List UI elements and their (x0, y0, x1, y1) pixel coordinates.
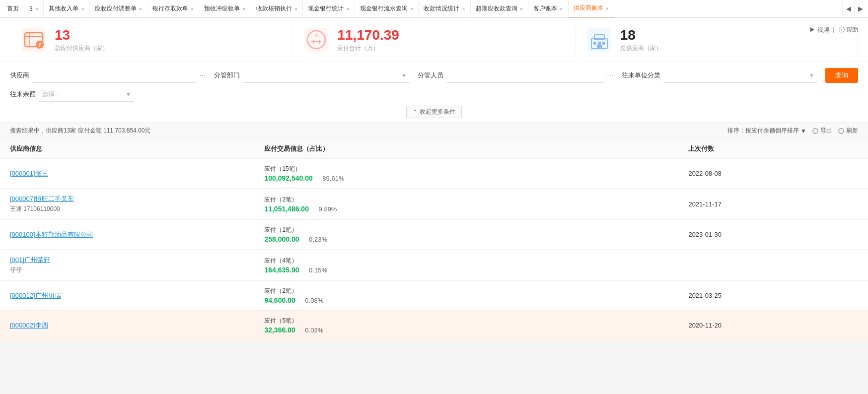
close-tab-bank[interactable]: × (191, 6, 194, 12)
tx-amount: 258,000.00 (264, 235, 299, 243)
balance-select[interactable]: 选择... ▼ (39, 87, 134, 102)
filter-row-1: 供应商 ··· 分管部门 ▼ 分管人员 ··· 往来单位分类 ▼ 查询 (10, 68, 858, 83)
table-row[interactable]: [001]广州荣轩 仔仔 应付（4笔） 164,635.90 0.15% (0, 250, 868, 281)
refresh-button[interactable]: 刷新 (838, 127, 858, 135)
last-payment-date: 2022-08-08 (688, 170, 722, 177)
supplier-sub-info: 仔仔 (10, 266, 264, 274)
nav-next-btn[interactable]: ▶ (854, 0, 866, 18)
balance-chevron-down-icon: ▼ (126, 91, 131, 97)
close-tab-customer-ledger[interactable]: × (560, 6, 563, 12)
nav-tab-collection-stats[interactable]: 收款情况统计 × (419, 0, 470, 18)
last-payment-date: 2020-11-20 (688, 322, 722, 329)
total-suppliers-label: 总供应商（家） (620, 44, 662, 53)
last-payment-date: 2021-03-25 (688, 292, 722, 299)
filter-unit-type: 往来单位分类 ▼ (622, 68, 818, 83)
last-payment-cell: 2022-08-08 (688, 170, 858, 177)
tx-count: 应付（5笔） (264, 317, 688, 325)
tx-percent: 89.61% (322, 175, 344, 182)
export-button[interactable]: 导出 (812, 127, 832, 135)
transaction-cell: 应付（1笔） 258,000.00 0.23% (264, 226, 688, 243)
nav-tab-overdue[interactable]: 超期应收款查询 × (471, 0, 528, 18)
close-tab-prepay[interactable]: × (242, 6, 245, 12)
video-link[interactable]: ▶ 视频 (809, 26, 829, 34)
dept-label: 分管部门 (214, 71, 240, 80)
balance-placeholder: 选择... (42, 90, 126, 99)
table-row[interactable]: [000002]李四 应付（5笔） 32,366.00 0.03% 2020-1… (0, 311, 868, 340)
nav-tab-prepay[interactable]: 预收冲应收单 × (199, 0, 251, 18)
tx-count: 应付（4笔） (264, 257, 688, 265)
payable-total-number: 11,170.39 (337, 27, 399, 44)
nav-tab-other-income[interactable]: 其他收入单 × (44, 0, 89, 18)
close-tab-overdue[interactable]: × (520, 6, 523, 12)
tx-amount: 94,600.00 (264, 296, 295, 304)
search-button[interactable]: 查询 (825, 68, 858, 83)
nav-tab-cash-stats[interactable]: 现金银行统计 × (303, 0, 355, 18)
supplier-dots[interactable]: ··· (199, 71, 206, 80)
close-tab-cashflow[interactable]: × (410, 6, 413, 12)
nav-tab-supplier-ledger[interactable]: 供应商账本 × (569, 0, 614, 18)
close-tab-adjustment[interactable]: × (139, 6, 142, 12)
filter-dept: 分管部门 ▼ (214, 68, 410, 83)
table-row[interactable]: [000001]张三 应付（15笔） 100,092,540.00 89.61%… (0, 159, 868, 189)
supplier-name-link[interactable]: [000002]李四 (10, 321, 264, 330)
tx-amount: 100,092,540.00 (264, 174, 312, 182)
nav-tab-collection[interactable]: 收款核销执行 × (251, 0, 303, 18)
close-tab-cash-stats[interactable]: × (346, 6, 349, 12)
table-row[interactable]: [000012]广州贝瑞 应付（2笔） 94,600.00 0.08% 2021… (0, 281, 868, 311)
header-last-payment: 上次付数 (688, 144, 858, 153)
summary-content-total-suppliers: 18 总供应商（家） (620, 27, 662, 53)
close-tab-collection-stats[interactable]: × (462, 6, 465, 12)
person-input[interactable] (446, 68, 604, 83)
payable-total-icon: 米 (302, 26, 330, 54)
help-link[interactable]: ⓘ 帮助 (839, 26, 858, 34)
nav-tab-adjustment[interactable]: 应收应付调整单 × (90, 0, 147, 18)
close-tab-collection[interactable]: × (294, 6, 297, 12)
supplier-cell: [000002]李四 (10, 321, 264, 330)
dept-select[interactable]: ▼ (243, 68, 410, 83)
nav-tab-cashflow[interactable]: 现金银行流水查询 × (355, 0, 419, 18)
close-tab-supplier-ledger[interactable]: × (606, 5, 609, 11)
supplier-cell: [000007]恒旺二手叉车 王通 17106110000 (10, 195, 264, 213)
close-tab-3[interactable]: × (35, 6, 38, 12)
result-bar: 搜索结果中，供应商13家 应付金额 111,703,854.00元 排序：按应付… (0, 123, 868, 139)
tx-amount: 11,051,486.00 (264, 205, 309, 213)
nav-prev-btn[interactable]: ◀ (842, 0, 854, 18)
nav-tab-bank[interactable]: 银行存取款单 × (147, 0, 199, 18)
collapse-bar: ⌃ 收起更多条件 (10, 106, 858, 118)
supplier-cell: [001]广州荣轩 仔仔 (10, 256, 264, 274)
supplier-name-link[interactable]: [000007]恒旺二手叉车 (10, 195, 264, 203)
payable-total-label: 应付合计（万） (337, 44, 399, 53)
supplier-name-link[interactable]: [001]广州荣轩 (10, 256, 264, 264)
table-row[interactable]: [000007]恒旺二手叉车 王通 17106110000 应付（2笔） 11,… (0, 189, 868, 220)
tx-count: 应付（15笔） (264, 165, 688, 173)
close-tab-other-income[interactable]: × (81, 6, 84, 12)
svg-rect-17 (602, 42, 605, 45)
svg-text:米: 米 (314, 33, 319, 38)
table-area: 供应商信息 应付交易信息（占比） 上次付数 [000001]张三 应付（15笔）… (0, 139, 868, 340)
tx-percent: 0.03% (305, 327, 323, 334)
sort-button[interactable]: 排序：按应付余额倒序排序 ▼ (727, 127, 806, 135)
unit-type-select[interactable]: ▼ (663, 68, 818, 83)
nav-tab-3[interactable]: 3 × (24, 0, 44, 18)
tx-percent: 0.15% (309, 266, 327, 274)
filter-balance: 往来余额 选择... ▼ (10, 87, 134, 102)
supplier-name-link[interactable]: [000100]本特勒油品有限公司 (10, 230, 264, 239)
nav-tab-customer-ledger[interactable]: 客户账本 × (528, 0, 568, 18)
supplier-name-link[interactable]: [000012]广州贝瑞 (10, 291, 264, 300)
nav-tab-home[interactable]: 首页 (2, 0, 24, 18)
supplier-name-link[interactable]: [000001]张三 (10, 169, 264, 178)
filter-row-2: 往来余额 选择... ▼ (10, 87, 858, 102)
unit-type-label: 往来单位分类 (622, 71, 660, 80)
tx-count: 应付（1笔） (264, 226, 688, 234)
svg-rect-16 (598, 42, 601, 45)
supplier-input[interactable] (32, 68, 196, 83)
nav-arrows: ◀ ▶ (842, 0, 866, 18)
top-right-links: ▶ 视频 | ⓘ 帮助 (809, 26, 858, 34)
person-dots[interactable]: ··· (607, 71, 613, 80)
tx-percent: 9.89% (319, 205, 337, 213)
table-row[interactable]: [000100]本特勒油品有限公司 应付（1笔） 258,000.00 0.23… (0, 220, 868, 250)
result-actions: 排序：按应付余额倒序排序 ▼ 导出 刷新 (727, 127, 858, 135)
collapse-button[interactable]: ⌃ 收起更多条件 (406, 106, 462, 118)
balance-label: 往来余额 (10, 90, 36, 99)
total-suppliers-icon (585, 26, 613, 54)
